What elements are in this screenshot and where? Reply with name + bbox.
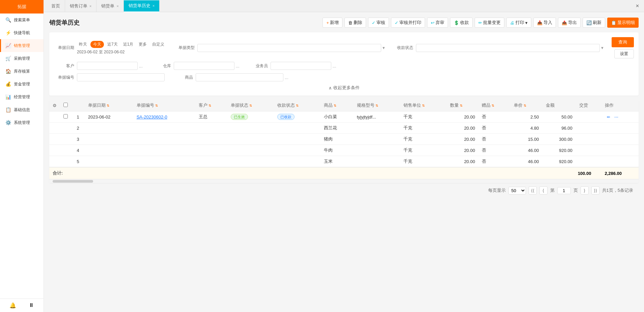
row-doc-status <box>227 156 274 167</box>
customer-input[interactable] <box>77 62 138 70</box>
product-ellipsis[interactable]: ... <box>285 75 288 80</box>
tab-sales-order[interactable]: 销售订单 × <box>65 0 96 12</box>
sidebar-item-sales[interactable]: 📈 销售管理 <box>0 39 44 52</box>
payment-status-input[interactable] <box>416 44 600 52</box>
row-payment-status <box>274 145 320 156</box>
new-button[interactable]: + 新增 <box>323 18 342 28</box>
payment-status-dropdown-icon[interactable]: ▾ <box>601 45 604 50</box>
warehouse-ellipsis[interactable]: ... <box>236 63 240 69</box>
quick-nav-icon: ⚡ <box>5 30 11 36</box>
set-button[interactable]: 设置 <box>614 49 634 58</box>
sidebar-item-system[interactable]: ⚙️ 系统管理 <box>0 116 44 129</box>
audit-button[interactable]: ✓ 审核 <box>368 18 389 28</box>
import-button[interactable]: 📥 导入 <box>533 18 556 28</box>
sidebar-item-quick-nav[interactable]: ⚡ 快捷导航 <box>0 26 44 39</box>
row-unit: 千克 <box>400 145 447 156</box>
customer-ellipsis[interactable]: ... <box>139 63 143 69</box>
row-transaction <box>576 145 601 156</box>
col-payment-status[interactable]: 收款状态 ⇅ <box>274 100 320 111</box>
row-spec <box>354 134 400 145</box>
receive-icon: 💲 <box>454 20 459 25</box>
date-tab-today[interactable]: 今天 <box>90 41 104 48</box>
notification-icon[interactable]: 🔔 <box>9 302 16 309</box>
doc-no-label: 单据编号 <box>54 75 74 80</box>
salesperson-input[interactable] <box>271 62 331 70</box>
col-doc-no[interactable]: 单据编号 ⇅ <box>133 100 196 111</box>
tab-close-sales-delivery[interactable]: × <box>116 4 118 8</box>
edit-action[interactable]: ✏ <box>605 114 612 120</box>
batch-change-button[interactable]: ✏ 批量变更 <box>475 18 504 28</box>
date-tab-7days[interactable]: 近7天 <box>105 41 120 48</box>
receive-button[interactable]: 💲 收款 <box>450 18 473 28</box>
col-product[interactable]: 商品 ⇅ <box>320 100 354 111</box>
sidebar-item-finance[interactable]: 💰 资金管理 <box>0 78 44 90</box>
row-check[interactable] <box>63 114 68 119</box>
col-doc-status[interactable]: 单据状态 ⇅ <box>227 100 274 111</box>
col-doc-date[interactable]: 单据日期 ⇅ <box>85 100 133 111</box>
row-qty: 20.00 <box>447 123 479 134</box>
sidebar-item-basic[interactable]: 📋 基础信息 <box>0 103 44 116</box>
warehouse-input[interactable] <box>174 62 234 70</box>
per-page-select[interactable]: 50 100 200 <box>508 187 526 194</box>
window-close-button[interactable]: ✕ <box>633 2 641 10</box>
col-setting[interactable]: ⚙ <box>49 100 60 111</box>
export-button[interactable]: 📤 导出 <box>558 18 581 28</box>
doc-type-dropdown-icon[interactable]: ▾ <box>383 45 385 50</box>
row-gift: 否 <box>478 156 510 167</box>
date-tab-more[interactable]: 更多 <box>137 41 149 48</box>
col-qty[interactable]: 数量 ⇅ <box>447 100 479 111</box>
col-spec[interactable]: 规格型号 ⇅ <box>354 100 400 111</box>
product-input[interactable] <box>196 73 283 81</box>
show-detail-button[interactable]: 📋 显示明细 <box>607 18 639 28</box>
query-button[interactable]: 查询 <box>612 37 634 47</box>
next-page-button[interactable]: ⟩ <box>581 186 589 194</box>
date-tab-yesterday[interactable]: 昨天 <box>77 41 89 48</box>
row-doc-no <box>133 123 196 134</box>
doc-no-link[interactable]: SA-20230602-0 <box>137 114 167 120</box>
tab-close-sales-history[interactable]: × <box>152 4 155 8</box>
page-label: 页 <box>573 187 578 193</box>
customer-sort-icon: ⇅ <box>208 104 211 107</box>
abandon-button[interactable]: ↩ 弃审 <box>427 18 448 28</box>
scrollbar-thumb[interactable] <box>53 180 93 183</box>
salesperson-ellipsis[interactable]: ... <box>333 63 336 69</box>
col-customer[interactable]: 客户 ⇅ <box>195 100 227 111</box>
more-action[interactable]: ⋯ <box>612 114 620 120</box>
tab-sales-history[interactable]: 销货单历史 × <box>124 0 160 12</box>
last-page-button[interactable]: ⟩⟩ <box>591 186 599 194</box>
sidebar-item-purchase[interactable]: 🛒 采购管理 <box>0 52 44 65</box>
tab-home[interactable]: 首页 <box>47 0 65 12</box>
first-page-button[interactable]: ⟨⟨ <box>529 186 537 194</box>
table-row: 2 西兰花 千克 20.00 否 4.80 96.00 <box>49 123 639 134</box>
row-setting <box>49 123 60 134</box>
col-gift[interactable]: 赠品 ⇅ <box>478 100 510 111</box>
select-all-checkbox[interactable] <box>63 103 68 107</box>
audit-print-button[interactable]: ✓ 审核并打印 <box>391 18 425 28</box>
date-tab-1month[interactable]: 近1月 <box>121 41 136 48</box>
date-tab-custom[interactable]: 自定义 <box>150 41 166 48</box>
col-price[interactable]: 单价 ⇅ <box>510 100 542 111</box>
horizontal-scrollbar[interactable] <box>49 179 639 183</box>
date-filter-label: 单据日期 <box>54 45 74 51</box>
salesperson-label: 业务员 <box>248 63 268 69</box>
print-button[interactable]: 🖨 打印 ▾ <box>506 18 531 28</box>
sidebar-item-search[interactable]: 🔍 搜索菜单 <box>0 14 44 26</box>
tab-sales-delivery[interactable]: 销货单 × <box>96 0 123 12</box>
pause-icon[interactable]: ⏸ <box>29 302 34 309</box>
refresh-button[interactable]: 🔄 刷新 <box>583 18 605 28</box>
unit-sort-icon: ⇅ <box>422 104 425 107</box>
col-unit[interactable]: 销售单位 ⇅ <box>400 100 447 111</box>
sidebar-item-operations[interactable]: 📊 经营管理 <box>0 90 44 103</box>
row-gift: 否 <box>478 134 510 145</box>
doc-type-input[interactable] <box>197 44 381 52</box>
collapse-button[interactable]: ∧ 收起更多条件 <box>54 85 634 91</box>
row-qty: 20.00 <box>447 134 479 145</box>
row-unit: 千克 <box>400 123 447 134</box>
doc-no-input[interactable] <box>77 73 165 81</box>
row-transaction <box>576 111 601 123</box>
tab-close-sales-order[interactable]: × <box>89 4 91 8</box>
page-number-input[interactable]: 1 <box>557 187 571 194</box>
delete-button[interactable]: 🗑 删除 <box>344 18 366 28</box>
prev-page-button[interactable]: ⟨ <box>539 186 548 194</box>
sidebar-item-inventory[interactable]: 🏠 库存核算 <box>0 65 44 78</box>
